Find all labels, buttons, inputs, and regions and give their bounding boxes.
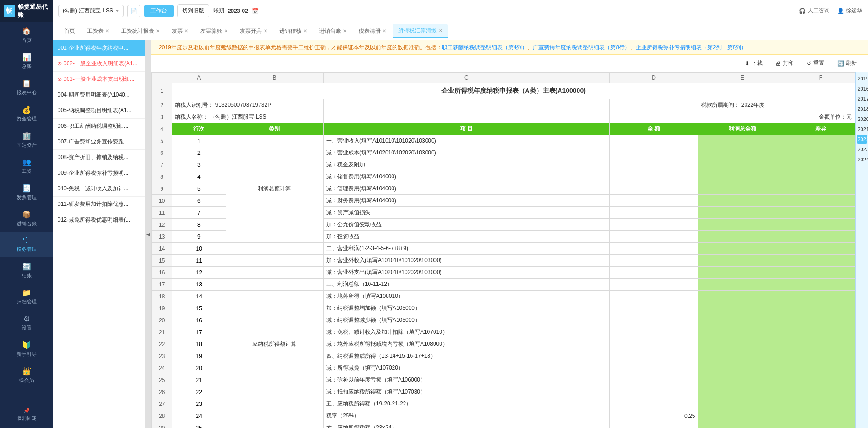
left-panel-item-011[interactable]: 011-研发费用加计扣除优惠... bbox=[53, 197, 145, 212]
left-panel-item-010[interactable]: 010-免税、减计收入及加计... bbox=[53, 181, 145, 197]
sidebar-item-home[interactable]: 🏠 首页 bbox=[0, 22, 53, 48]
year-2018[interactable]: 2018 bbox=[857, 104, 867, 114]
sidebar-item-member[interactable]: 👑 畅会员 bbox=[0, 362, 53, 388]
sidebar-item-archive[interactable]: 📁 归档管理 bbox=[0, 284, 53, 310]
tab-income-tax[interactable]: 所得税汇算清缴 ✕ bbox=[393, 24, 448, 38]
table-row-2: 2 纳税人识别号： 91320500703719732P 税款所属期间： 202… bbox=[152, 99, 855, 111]
left-panel-item-001[interactable]: 001-企业所得税年度纳税申... bbox=[53, 40, 145, 56]
tab-invoice[interactable]: 发票 ✕ bbox=[166, 24, 194, 38]
year-2022[interactable]: 2022 bbox=[857, 135, 867, 144]
workbench-button[interactable]: 工作台 bbox=[144, 5, 174, 17]
row-num-2: 2 bbox=[152, 99, 172, 111]
row-num-4: 4 bbox=[152, 123, 172, 135]
document-icon[interactable]: 📄 bbox=[127, 5, 140, 17]
left-panel-item-007[interactable]: 007-广告费和业务宣传费跑... bbox=[53, 134, 145, 150]
left-panel-item-008[interactable]: 008-资产折旧、摊销及纳税... bbox=[53, 150, 145, 165]
collapse-panel-button[interactable]: ◀ bbox=[145, 40, 151, 428]
ai-consult-button[interactable]: 🎧 人工咨询 bbox=[799, 7, 830, 15]
close-tab-invoice[interactable]: ✕ bbox=[185, 29, 188, 34]
sidebar-item-fixed-assets[interactable]: 🏢 固定资产 bbox=[0, 127, 53, 153]
close-tab-payroll-stats[interactable]: ✕ bbox=[156, 29, 160, 34]
year-2020[interactable]: 2020 bbox=[857, 114, 867, 124]
tab-tax-list[interactable]: 税表清册 ✕ bbox=[353, 24, 392, 38]
capital-icon: 💰 bbox=[22, 105, 31, 114]
sidebar-item-tax[interactable]: 🛡 税务管理 bbox=[0, 232, 53, 257]
error-icon-2: ⊘ bbox=[58, 76, 62, 82]
col-label-F: 差异 bbox=[787, 123, 855, 135]
company-selector[interactable]: (勾删) 江西服宝-LSS ▼ bbox=[58, 5, 124, 17]
sidebar-item-reports[interactable]: 📋 报表中心 bbox=[0, 74, 53, 101]
year-2023[interactable]: 2023 bbox=[857, 145, 867, 154]
left-panel-item-005[interactable]: 005-纳税调整项目明细表(A1... bbox=[53, 103, 145, 119]
print-button[interactable]: 🖨 打印 bbox=[772, 57, 798, 69]
category-profit: 利润总额计算 bbox=[226, 135, 324, 243]
tax-period-cell: 税款所属期间： 2022年度 bbox=[698, 99, 855, 111]
sidebar-item-invoice[interactable]: 🧾 发票管理 bbox=[0, 179, 53, 205]
close-tab-purchase-audit[interactable]: ✕ bbox=[303, 29, 307, 34]
warning-link-2[interactable]: 广宣费跨年度纳税调整明细表（第8行） bbox=[533, 44, 630, 51]
col-label-B: 类别 bbox=[226, 123, 324, 135]
warning-link-1[interactable]: 职工薪酬纳税调整明细表（第4列） bbox=[442, 44, 528, 51]
tab-invoice-issue[interactable]: 发票开具 ✕ bbox=[234, 24, 273, 38]
col-header-E: E bbox=[698, 73, 787, 83]
col-label-A: 行次 bbox=[172, 123, 226, 135]
logo-text: 畅捷通易代账 bbox=[18, 3, 49, 19]
left-panel-item-009[interactable]: 009-企业所得税弥补亏损明... bbox=[53, 165, 145, 181]
year-2019[interactable]: 2019 bbox=[857, 74, 867, 83]
sidebar-item-purchase-sales[interactable]: 📦 进销台账 bbox=[0, 205, 53, 232]
tab-purchase-audit[interactable]: 进销稽核 ✕ bbox=[274, 24, 312, 38]
close-tab-invoice-issue[interactable]: ✕ bbox=[264, 29, 267, 34]
currency-label-cell: 金额单位：元 bbox=[698, 111, 855, 123]
close-tab-purchase-ledger[interactable]: ✕ bbox=[343, 29, 347, 34]
year-2016[interactable]: 2016 bbox=[857, 84, 867, 93]
archive-icon: 📁 bbox=[22, 288, 31, 297]
period-value: 2023-02 bbox=[228, 8, 248, 14]
table-area[interactable]: A B C D E F 1 企业所 bbox=[151, 72, 855, 428]
warning-text: 2019年度步及取以前年度延续数据的申报表单元格需要手工维护正确，才能保证本年及… bbox=[159, 44, 746, 51]
warning-link-3[interactable]: 企业所得税弥补亏损明细表（第2列、第8列） bbox=[636, 44, 746, 51]
calendar-icon[interactable]: 📅 bbox=[252, 8, 259, 14]
table-row: 16 12 减：营业外支出(填写A102010\102020\103000) bbox=[152, 267, 855, 279]
sidebar-item-payroll[interactable]: 👥 工资 bbox=[0, 153, 53, 179]
sidebar-item-general-ledger[interactable]: 📊 总账 bbox=[0, 48, 53, 74]
close-tab-invoice-calc[interactable]: ✕ bbox=[224, 29, 228, 34]
row-num-1: 1 bbox=[152, 83, 172, 99]
col-header-A: A bbox=[172, 73, 226, 83]
close-tab-tax-list[interactable]: ✕ bbox=[382, 29, 386, 34]
unpin-button[interactable]: 📌 取消固定 bbox=[2, 405, 51, 424]
year-2017[interactable]: 2017 bbox=[857, 94, 867, 103]
tab-invoice-calc[interactable]: 发票算账 ✕ bbox=[195, 24, 233, 38]
sidebar-item-settings[interactable]: ⚙ 设置 bbox=[0, 310, 53, 336]
download-button[interactable]: ⬇ 下载 bbox=[741, 57, 766, 69]
table-row: 18 14 应纳税所得额计算 减：境外所得（填写A108010） bbox=[152, 291, 855, 302]
sidebar-item-guide[interactable]: 🔰 新手引导 bbox=[0, 336, 53, 362]
reset-button[interactable]: ↺ 重置 bbox=[803, 57, 828, 69]
table-row: 27 23 五、应纳税所得额（19-20-21-22） bbox=[152, 398, 855, 410]
year-2024[interactable]: 2024 bbox=[857, 155, 867, 164]
switch-version-button[interactable]: 切到旧版 bbox=[177, 4, 209, 17]
user-profile[interactable]: 👤 徐运华 bbox=[837, 7, 862, 15]
left-panel-item-006[interactable]: 006-职工薪酬纳税调整明细... bbox=[53, 119, 145, 134]
left-panel-item-012[interactable]: 012-减免所得税优惠明细表(... bbox=[53, 212, 145, 228]
sidebar-item-closing[interactable]: 🔄 结账 bbox=[0, 257, 53, 284]
purchase-icon: 📦 bbox=[22, 210, 31, 219]
left-panel-item-002[interactable]: ⊘ 002-一般企业收入明细表(A1... bbox=[53, 56, 145, 72]
tab-purchase-ledger[interactable]: 进销台账 ✕ bbox=[313, 24, 352, 38]
tab-payroll[interactable]: 工资表 ✕ bbox=[81, 24, 115, 38]
invoice-icon: 🧾 bbox=[22, 184, 31, 193]
close-tab-payroll[interactable]: ✕ bbox=[105, 29, 109, 34]
company-name: (勾删) 江西服宝-LSS bbox=[63, 7, 113, 15]
empty-cell-2 bbox=[609, 99, 698, 111]
corner-cell bbox=[152, 73, 172, 83]
close-tab-income-tax[interactable]: ✕ bbox=[439, 28, 442, 33]
left-panel-item-003[interactable]: ⊘ 003-一般企业成本支出明细... bbox=[53, 72, 145, 87]
top-header: (勾删) 江西服宝-LSS ▼ 📄 工作台 切到旧版 账期 2023-02 📅 … bbox=[53, 0, 868, 22]
sidebar-item-capital[interactable]: 💰 资金管理 bbox=[0, 101, 53, 127]
tab-payroll-stats[interactable]: 工资统计报表 ✕ bbox=[116, 24, 165, 38]
taxpayer-id-label: 纳税人识别号： 91320500703719732P bbox=[172, 99, 323, 111]
report-icon: 📋 bbox=[22, 79, 31, 88]
year-2021[interactable]: 2021 bbox=[857, 125, 867, 134]
refresh-button[interactable]: 🔄 刷新 bbox=[833, 57, 861, 69]
left-panel-item-004[interactable]: 004-期间费用明细表(A1040... bbox=[53, 87, 145, 103]
tab-home[interactable]: 首页 bbox=[58, 24, 81, 38]
